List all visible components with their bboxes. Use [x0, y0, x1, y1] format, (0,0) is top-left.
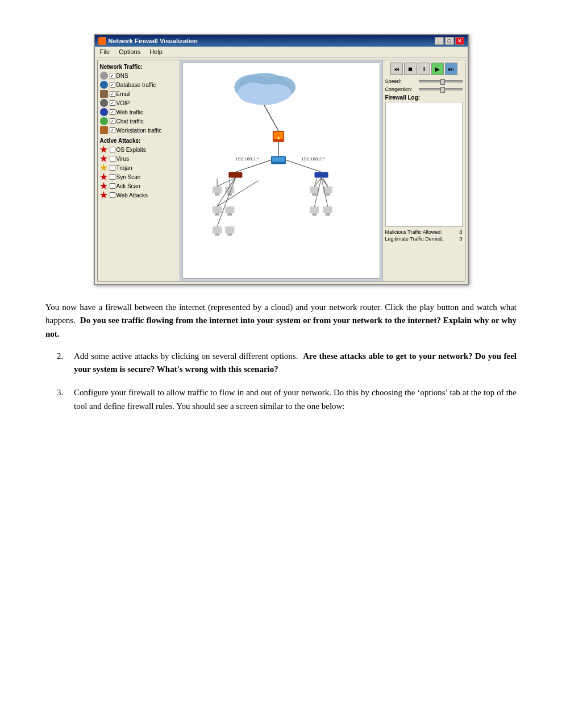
- speed-track: [419, 80, 463, 82]
- web-attack-checkbox[interactable]: [110, 192, 115, 198]
- traffic-dns: DNS: [100, 72, 177, 80]
- ack-label: Ack Scan: [116, 183, 140, 189]
- close-button[interactable]: ✕: [455, 37, 464, 45]
- congestion-track: [419, 88, 463, 90]
- firewall-log-area: [385, 102, 463, 227]
- voip-checkbox-label[interactable]: VOIP: [110, 100, 130, 106]
- dns-label: DNS: [116, 73, 128, 79]
- malicious-traffic-row: Malicious Traffic Allowed: 0: [385, 229, 463, 235]
- list-content-2: Add some active attacks by clicking on s…: [74, 350, 517, 377]
- os-exploit-icon: [100, 146, 108, 154]
- network-traffic-label: Network Traffic:: [100, 64, 177, 70]
- network-diagram: 🔥 192.168.1.* 192.168.2.*: [183, 63, 380, 278]
- chat-label: Chat traffic: [116, 118, 144, 125]
- svg-rect-28: [225, 206, 234, 213]
- trojan-icon: [100, 164, 108, 172]
- left-panel: Network Traffic: DNS Database traffic: [98, 60, 180, 281]
- svg-rect-35: [312, 193, 317, 196]
- dns-checkbox-label[interactable]: DNS: [110, 73, 128, 79]
- item2-normal: Add some active attacks by clicking on s…: [74, 351, 298, 361]
- workstation-label: Workstation traffic: [116, 127, 162, 134]
- db-checkbox[interactable]: [110, 82, 115, 88]
- virus-checkbox[interactable]: [110, 156, 115, 162]
- virus-checkbox-label[interactable]: Virus: [110, 156, 130, 162]
- voip-checkbox[interactable]: [110, 100, 115, 106]
- os-checkbox[interactable]: [110, 147, 115, 152]
- web-icon: [100, 108, 108, 116]
- virus-icon: [100, 155, 108, 163]
- legitimate-value: 0: [459, 236, 462, 242]
- workstation-icon: [100, 126, 108, 134]
- title-bar-title: Network Firewall Visualization: [98, 37, 198, 45]
- dns-checkbox[interactable]: [110, 73, 115, 78]
- workstation-checkbox-label[interactable]: Workstation traffic: [110, 127, 162, 134]
- traffic-email: Email: [100, 90, 177, 98]
- trojan-checkbox[interactable]: [110, 165, 115, 171]
- item3-text: Configure your firewall to allow traffic…: [74, 388, 517, 410]
- intro-text-bold: Do you see traffic flowing from the inte…: [45, 316, 517, 338]
- ack-icon: [100, 182, 108, 190]
- malicious-value: 0: [459, 229, 462, 235]
- app-icon: [98, 37, 106, 45]
- active-attacks-label: Active Attacks:: [100, 138, 177, 144]
- pause-button[interactable]: ⏸: [418, 63, 430, 75]
- menu-file[interactable]: File: [98, 48, 112, 56]
- speed-slider-row: Speed:: [385, 78, 463, 84]
- title-bar: Network Firewall Visualization _ □ ✕: [95, 35, 468, 47]
- db-icon: [100, 81, 108, 89]
- svg-rect-43: [325, 213, 330, 216]
- chat-checkbox[interactable]: [110, 118, 115, 124]
- ack-checkbox[interactable]: [110, 183, 115, 189]
- minimize-button[interactable]: _: [435, 37, 444, 45]
- fast-forward-button[interactable]: ⏭: [445, 63, 457, 75]
- web-checkbox[interactable]: [110, 109, 115, 115]
- maximize-button[interactable]: □: [445, 37, 454, 45]
- menu-bar: File Options Help: [95, 47, 468, 57]
- attack-ack: Ack Scan: [100, 182, 177, 190]
- speed-label: Speed:: [385, 78, 417, 84]
- workstation-checkbox[interactable]: [110, 127, 115, 133]
- virus-label: Virus: [116, 156, 130, 162]
- malicious-label: Malicious Traffic Allowed:: [385, 229, 460, 235]
- traffic-web: Web traffic: [100, 108, 177, 116]
- svg-line-6: [264, 105, 278, 131]
- syn-icon: [100, 173, 108, 181]
- stop-button[interactable]: ⏹: [404, 63, 417, 75]
- app-body: Network Traffic: DNS Database traffic: [97, 60, 465, 282]
- rewind-button[interactable]: ⏮: [390, 63, 403, 75]
- syn-checkbox-label[interactable]: Syn Scan: [110, 174, 141, 180]
- play-button[interactable]: ▶: [431, 63, 444, 75]
- svg-rect-29: [227, 213, 232, 216]
- congestion-thumb[interactable]: [440, 87, 445, 93]
- syn-label: Syn Scan: [116, 174, 141, 180]
- voip-icon: [100, 99, 108, 107]
- traffic-db: Database traffic: [100, 81, 177, 89]
- menu-help[interactable]: Help: [148, 48, 164, 56]
- trojan-checkbox-label[interactable]: Trojan: [110, 165, 132, 171]
- svg-rect-40: [310, 206, 319, 213]
- db-checkbox-label[interactable]: Database traffic: [110, 82, 156, 88]
- web-attack-checkbox-label[interactable]: Web Attacks: [110, 192, 148, 198]
- legitimate-label: Legitimate Traffic Denied:: [385, 236, 460, 242]
- svg-rect-30: [213, 226, 222, 233]
- ack-checkbox-label[interactable]: Ack Scan: [110, 183, 140, 189]
- os-checkbox-label[interactable]: OS Exploits: [110, 147, 146, 153]
- chat-checkbox-label[interactable]: Chat traffic: [110, 118, 144, 125]
- speed-thumb[interactable]: [440, 79, 445, 85]
- screenshot-container: Network Firewall Visualization _ □ ✕ Fil…: [45, 34, 517, 285]
- email-checkbox[interactable]: [110, 91, 115, 97]
- email-checkbox-label[interactable]: Email: [110, 91, 131, 97]
- right-panel: ⏮ ⏹ ⏸ ▶ ⏭ Speed: Congestion:: [382, 60, 465, 281]
- syn-checkbox[interactable]: [110, 174, 115, 180]
- web-checkbox-label[interactable]: Web traffic: [110, 109, 143, 115]
- window-title: Network Firewall Visualization: [109, 38, 198, 44]
- title-bar-controls: _ □ ✕: [435, 37, 464, 45]
- menu-options[interactable]: Options: [117, 48, 142, 56]
- intro-paragraph: You now have a firewall between the inte…: [45, 301, 517, 341]
- web-label: Web traffic: [116, 109, 143, 115]
- main-canvas: 🔥 192.168.1.* 192.168.2.*: [182, 63, 380, 279]
- web-attack-icon: [100, 191, 108, 199]
- traffic-chat: Chat traffic: [100, 117, 177, 125]
- svg-rect-38: [325, 193, 330, 196]
- content-area: You now have a firewall between the inte…: [45, 301, 517, 413]
